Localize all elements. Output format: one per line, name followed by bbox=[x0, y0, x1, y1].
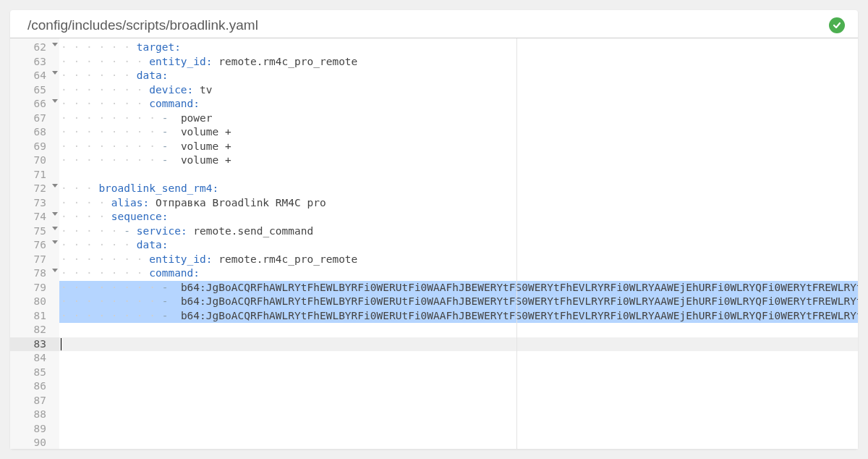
code-line[interactable]: · · · · · · · · - b64:JgBoACQRFhAWLRYtFh… bbox=[59, 309, 858, 324]
code-line[interactable] bbox=[59, 323, 858, 337]
line-number: 78 bbox=[10, 266, 59, 281]
code-area[interactable]: 6263646566676869707172737475767778798081… bbox=[10, 38, 858, 449]
line-number: 64 bbox=[10, 69, 59, 83]
code-line[interactable]: · · · · · · data: bbox=[59, 69, 858, 83]
line-number: 89 bbox=[10, 422, 59, 437]
line-number: 81 bbox=[10, 309, 59, 324]
line-number: 77 bbox=[10, 253, 59, 267]
fold-marker-icon[interactable] bbox=[52, 269, 58, 272]
code-line[interactable]: · · · · · · data: bbox=[59, 238, 858, 253]
code-content[interactable]: · · · · · · target:· · · · · · · entity_… bbox=[59, 38, 858, 449]
fold-marker-icon[interactable] bbox=[52, 212, 58, 216]
code-line[interactable] bbox=[59, 366, 858, 380]
line-number: 82 bbox=[10, 323, 59, 337]
fold-marker-icon[interactable] bbox=[52, 184, 58, 188]
fold-marker-icon[interactable] bbox=[52, 99, 58, 103]
line-number: 86 bbox=[10, 379, 59, 394]
line-number: 66 bbox=[10, 97, 59, 111]
code-line[interactable]: · · · · · · · · - volume + bbox=[59, 140, 858, 154]
line-number: 83 bbox=[10, 337, 59, 352]
line-number: 80 bbox=[10, 295, 59, 309]
line-number: 63 bbox=[10, 55, 59, 70]
code-line[interactable]: · · · · · · · entity_id: remote.rm4c_pro… bbox=[59, 55, 858, 70]
line-number: 73 bbox=[10, 196, 59, 211]
code-line[interactable]: · · · · · · · · - b64:JgBoACQRFhAWLRYtFh… bbox=[59, 281, 858, 295]
code-line[interactable]: · · · · · · · device: tv bbox=[59, 83, 858, 98]
code-line[interactable]: · · · · · - service: remote.send_command bbox=[59, 224, 858, 239]
line-number: 69 bbox=[10, 140, 59, 154]
line-number: 76 bbox=[10, 238, 59, 253]
line-number: 75 bbox=[10, 224, 59, 239]
code-line[interactable]: · · · · · · · entity_id: remote.rm4c_pro… bbox=[59, 253, 858, 267]
editor-window: /config/includes/scripts/broadlink.yaml … bbox=[10, 10, 858, 449]
line-number: 72 bbox=[10, 182, 59, 196]
code-line[interactable]: · · · · · · · command: bbox=[59, 97, 858, 111]
editor-header: /config/includes/scripts/broadlink.yaml bbox=[10, 10, 858, 38]
line-number: 70 bbox=[10, 153, 59, 168]
code-line[interactable] bbox=[59, 337, 858, 352]
line-number: 85 bbox=[10, 366, 59, 380]
code-line[interactable]: · · · · · · · · - power bbox=[59, 111, 858, 126]
line-number: 84 bbox=[10, 351, 59, 366]
line-number: 74 bbox=[10, 210, 59, 224]
code-line[interactable]: · · · · · · · · - volume + bbox=[59, 125, 858, 140]
print-margin bbox=[516, 38, 517, 449]
code-line[interactable] bbox=[59, 351, 858, 366]
code-line[interactable] bbox=[59, 422, 858, 437]
fold-marker-icon[interactable] bbox=[52, 71, 58, 75]
code-line[interactable]: · · · · sequence: bbox=[59, 210, 858, 224]
line-number: 65 bbox=[10, 83, 59, 98]
line-number: 87 bbox=[10, 394, 59, 408]
file-path: /config/includes/scripts/broadlink.yaml bbox=[27, 17, 829, 33]
code-line[interactable]: · · · broadlink_send_rm4: bbox=[59, 182, 858, 196]
code-line[interactable] bbox=[59, 379, 858, 394]
code-line[interactable]: · · · · alias: Отправка Broadlink RM4C p… bbox=[59, 196, 858, 211]
fold-marker-icon[interactable] bbox=[52, 43, 58, 46]
line-number: 90 bbox=[10, 436, 59, 449]
line-number: 62 bbox=[10, 41, 59, 55]
line-number: 79 bbox=[10, 281, 59, 295]
code-line[interactable] bbox=[59, 394, 858, 408]
code-line[interactable] bbox=[59, 436, 858, 449]
line-number: 68 bbox=[10, 125, 59, 140]
code-line[interactable]: · · · · · · target: bbox=[59, 41, 858, 55]
status-ok-icon bbox=[829, 17, 845, 33]
line-number: 71 bbox=[10, 168, 59, 182]
code-line[interactable] bbox=[59, 168, 858, 182]
text-cursor bbox=[61, 338, 61, 350]
line-number: 67 bbox=[10, 111, 59, 126]
code-line[interactable]: · · · · · · · · - b64:JgBoACQRFhAWLRYtFh… bbox=[59, 295, 858, 309]
code-line[interactable] bbox=[59, 408, 858, 422]
code-line[interactable]: · · · · · · · · - volume + bbox=[59, 153, 858, 168]
code-line[interactable]: · · · · · · · command: bbox=[59, 266, 858, 281]
fold-marker-icon[interactable] bbox=[52, 227, 58, 230]
line-number-gutter: 6263646566676869707172737475767778798081… bbox=[10, 38, 59, 449]
line-number: 88 bbox=[10, 408, 59, 422]
fold-marker-icon[interactable] bbox=[52, 240, 58, 244]
